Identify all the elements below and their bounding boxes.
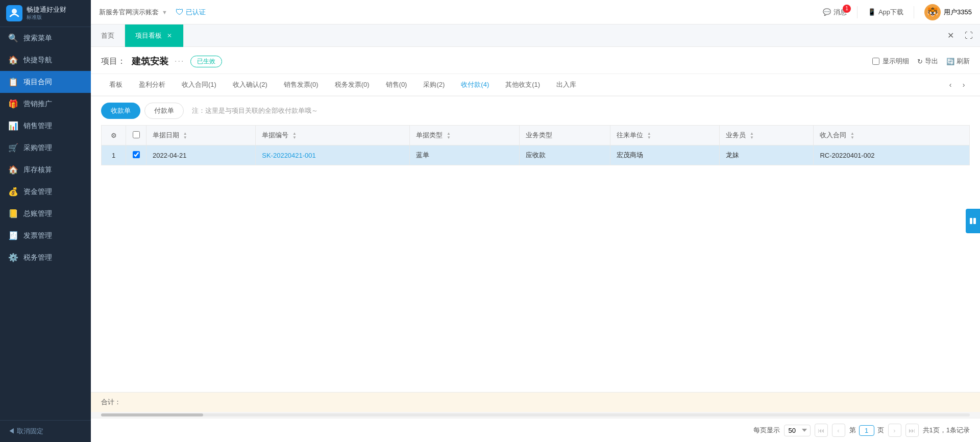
col-type[interactable]: 单据类型 ▲▼ xyxy=(410,126,519,145)
select-all-checkbox[interactable] xyxy=(133,131,140,138)
subtab-receipt[interactable]: 收付款(4) xyxy=(453,74,497,96)
scrollbar-thumb xyxy=(101,413,203,416)
col-salesperson[interactable]: 业务员 ▲▼ xyxy=(720,126,814,145)
app-download-button[interactable]: 📱 App下载 xyxy=(868,8,903,17)
sort-date-icon: ▲▼ xyxy=(183,132,187,140)
pagination-page-suffix: 页 xyxy=(877,426,884,435)
row-checkbox[interactable] xyxy=(133,151,140,158)
td-check[interactable] xyxy=(126,145,146,165)
sidebar-item-contracts[interactable]: 📋项目合同 xyxy=(0,71,91,93)
sidebar-item-finance[interactable]: 💰资金管理 xyxy=(0,181,91,203)
sidebar-item-tax[interactable]: ⚙️税务管理 xyxy=(0,247,91,268)
td-salesperson: 龙妹 xyxy=(720,145,814,165)
app-logo xyxy=(6,5,22,21)
payment-toggle[interactable]: 付款单 xyxy=(144,103,184,119)
sidebar-item-sales[interactable]: 📊销售管理 xyxy=(0,115,91,137)
sidebar-item-quicknav[interactable]: 🏠快捷导航 xyxy=(0,49,91,71)
contracts-icon: 📋 xyxy=(8,77,18,87)
subtab-other-expense[interactable]: 其他收支(1) xyxy=(497,74,548,96)
sidebar-item-invoice[interactable]: 🧾发票管理 xyxy=(0,225,91,247)
tab-fullscreen-button[interactable]: ⛶ xyxy=(962,29,976,43)
per-page-select[interactable]: 50 20 100 xyxy=(784,425,811,436)
sidebar-item-ledger[interactable]: 📒总账管理 xyxy=(0,203,91,225)
export-button[interactable]: ↻ 导出 xyxy=(917,57,938,66)
td-partner: 宏茂商场 xyxy=(610,145,720,165)
col-partner[interactable]: 往来单位 ▲▼ xyxy=(610,126,720,145)
table-wrapper: ⚙ 单据日期 ▲▼ 单据编号 ▲▼ 单据类型 xyxy=(91,125,980,392)
sidebar-label-inventory: 库存核算 xyxy=(23,165,52,175)
certified-badge: 🛡 已认证 xyxy=(176,8,206,17)
tab-close-window-button[interactable]: ✕ xyxy=(943,29,958,43)
subtab-profit[interactable]: 盈利分析 xyxy=(131,74,174,96)
show-detail-label: 显示明细 xyxy=(883,57,909,66)
project-title: 建筑安装 xyxy=(132,55,168,67)
col-settings[interactable]: ⚙ xyxy=(102,126,126,145)
subtab-nav: ‹ › xyxy=(944,79,970,91)
subtab-tax-invoice[interactable]: 税务发票(0) xyxy=(327,74,378,96)
col-number[interactable]: 单据编号 ▲▼ xyxy=(256,126,410,145)
pagination-first-button[interactable]: ⏮ xyxy=(815,424,828,437)
subtab-sales-invoice[interactable]: 销售发票(0) xyxy=(276,74,327,96)
horizontal-scrollbar[interactable] xyxy=(101,413,970,416)
subtab-purchase[interactable]: 采购(2) xyxy=(415,74,453,96)
pagination-prev-button[interactable]: ‹ xyxy=(832,424,845,437)
message-button[interactable]: 💬 消息 1 xyxy=(823,8,847,17)
content-area: 项目： 建筑安装 ··· 已生效 显示明细 ↻ 导出 🔄 刷新 xyxy=(91,47,980,442)
purchase-icon: 🛒 xyxy=(8,143,18,153)
project-status-badge: 已生效 xyxy=(190,56,222,67)
svg-point-0 xyxy=(12,9,17,14)
total-label: 合计： xyxy=(101,398,121,407)
project-more-button[interactable]: ··· xyxy=(175,57,184,66)
document-number-link[interactable]: SK-20220421-001 xyxy=(262,152,316,159)
col-date[interactable]: 单据日期 ▲▼ xyxy=(146,126,256,145)
pagination-next-button[interactable]: › xyxy=(888,424,901,437)
user-menu[interactable]: 🐯 用户3355 xyxy=(924,4,972,20)
sort-type-icon: ▲▼ xyxy=(447,132,451,140)
tab-project-board[interactable]: 项目看板 ✕ xyxy=(125,24,184,47)
show-detail-checkbox-input[interactable] xyxy=(872,58,879,65)
sidebar-unpin-button[interactable]: ◀ 取消固定 xyxy=(0,420,91,442)
refresh-button[interactable]: 🔄 刷新 xyxy=(946,57,970,66)
svg-rect-2 xyxy=(973,218,976,224)
subtab-prev-button[interactable]: ‹ xyxy=(944,79,957,91)
sidebar-item-search[interactable]: 🔍搜索菜单 xyxy=(0,27,91,49)
message-icon: 💬 xyxy=(823,8,831,16)
tab-close-icon[interactable]: ✕ xyxy=(166,32,173,39)
subtab-kanban[interactable]: 看板 xyxy=(101,74,131,96)
subtab-sales[interactable]: 销售(0) xyxy=(378,74,415,96)
topbar-divider-1 xyxy=(857,6,857,18)
subtab-income-confirm[interactable]: 收入确认(2) xyxy=(225,74,276,96)
pagination-last-button[interactable]: ⏭ xyxy=(905,424,919,437)
phone-icon: 📱 xyxy=(868,8,876,16)
show-detail-checkbox[interactable]: 显示明细 xyxy=(872,57,909,66)
user-avatar: 🐯 xyxy=(924,4,941,20)
sidebar-item-marketing[interactable]: 🎁营销推广 xyxy=(0,93,91,115)
sidebar-label-invoice: 发票管理 xyxy=(23,231,52,240)
account-selector[interactable]: 新服务官网演示账套 ▼ xyxy=(99,8,167,17)
sidebar-item-inventory[interactable]: 🏠库存核算 xyxy=(0,159,91,181)
sidebar-label-marketing: 营销推广 xyxy=(23,100,52,109)
sidebar-label-tax: 税务管理 xyxy=(23,253,52,262)
topbar-actions: 💬 消息 1 📱 App下载 🐯 用户3355 xyxy=(823,4,972,20)
tab-bar: 首页 项目看板 ✕ ✕ ⛶ xyxy=(91,24,980,47)
subtab-income-contract[interactable]: 收入合同(1) xyxy=(174,74,225,96)
sort-salesperson-icon: ▲▼ xyxy=(750,132,754,140)
floating-panel-button[interactable] xyxy=(966,209,980,233)
project-header-right: 显示明细 ↻ 导出 🔄 刷新 xyxy=(872,57,970,66)
inventory-icon: 🏠 xyxy=(8,165,18,175)
search-icon: 🔍 xyxy=(8,33,18,43)
col-income-contract[interactable]: 收入合同 ▲▼ xyxy=(814,126,970,145)
subtab-next-button[interactable]: › xyxy=(958,79,970,91)
sidebar-item-purchase[interactable]: 🛒采购管理 xyxy=(0,137,91,159)
toggle-row: 收款单 付款单 注：这里是与项目关联的全部收付款单哦～ xyxy=(91,96,980,125)
subtab-inout[interactable]: 出入库 xyxy=(548,74,584,96)
pagination-page-num[interactable]: 1 xyxy=(859,425,874,436)
total-row: 合计： xyxy=(91,392,980,412)
td-income-contract: RC-20220401-002 xyxy=(814,145,970,165)
sidebar-header: 畅捷通好业财 标准版 xyxy=(0,0,91,27)
project-header: 项目： 建筑安装 ··· 已生效 显示明细 ↻ 导出 🔄 刷新 xyxy=(91,47,980,74)
refresh-icon: 🔄 xyxy=(946,58,954,65)
svg-rect-1 xyxy=(970,218,972,224)
tab-home[interactable]: 首页 xyxy=(91,24,125,47)
receipt-toggle[interactable]: 收款单 xyxy=(101,103,140,119)
